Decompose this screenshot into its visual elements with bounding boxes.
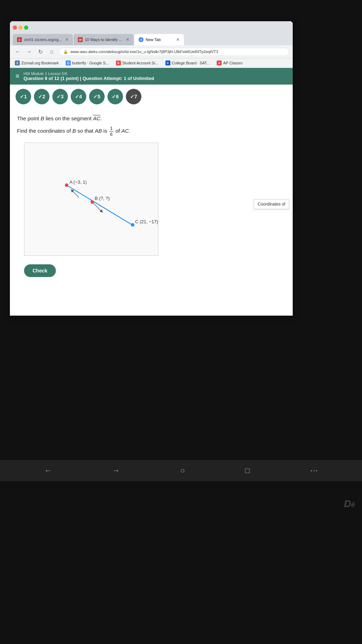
menu-icon[interactable]: ≡ — [16, 73, 19, 80]
forward-nav-button[interactable]: → — [25, 47, 33, 56]
coords-panel: Coordinates of — [254, 199, 289, 209]
svg-text:B (?, ?): B (?, ?) — [95, 196, 110, 201]
tab-close-witch[interactable]: ✕ — [126, 37, 129, 42]
svg-text:A (−3, 1): A (−3, 1) — [69, 179, 87, 185]
segment-ac-overline: AC — [93, 115, 100, 121]
bookmark-label-butterfly: butterfly · Google S... — [72, 61, 109, 65]
url-text: www-awu.aleks.com/alekscgi/x/lsl.exe/1o_… — [70, 50, 218, 54]
bookmark-label-collegeboard: College Board · SAT... — [172, 61, 210, 65]
bookmark-butterfly[interactable]: G butterfly · Google S... — [64, 60, 110, 66]
back-nav-button[interactable]: ← — [13, 47, 22, 56]
page-content: ≡ HW Module 1 Lesson 5/6 Question 9 of 1… — [10, 68, 293, 316]
graph-svg: A (−3, 1) B (?, ?) C (21, −17) — [24, 143, 158, 255]
mobile-recents-icon[interactable]: □ — [245, 466, 250, 475]
bookmark-zizmail[interactable]: Z Zizmail.org Bookmark — [13, 60, 60, 66]
q-btn-5[interactable]: ✓5 — [89, 89, 105, 104]
bookmark-favicon-collegeboard: C — [165, 61, 170, 65]
bookmark-collegeboard[interactable]: C College Board · SAT... — [164, 60, 211, 66]
minimize-button[interactable] — [18, 25, 23, 30]
q-btn-3[interactable]: ✓3 — [52, 89, 68, 104]
browser-window: c ckr01 zizzers.org/cgi-bin/ck/fbs ✕ W 1… — [10, 21, 293, 316]
hw-header-text: HW Module 1 Lesson 5/6 Question 9 of 12 … — [24, 71, 154, 81]
tab-label-witch: 10 Ways to Identify a Witch — [85, 38, 124, 42]
graph-wrapper: A (−3, 1) B (?, ?) C (21, −17) Coordinat… — [17, 143, 286, 256]
mobile-forward-icon[interactable]: → — [112, 466, 120, 475]
tab-witch[interactable]: W 10 Ways to Identify a Witch ✕ — [74, 34, 134, 45]
refresh-nav-button[interactable]: ↻ — [36, 47, 45, 56]
question-nav: ✓1 ✓2 ✓3 ✓4 ✓5 ✓6 ✓7 — [10, 85, 293, 109]
bookmarks-bar: Z Zizmail.org Bookmark G butterfly · Goo… — [10, 58, 293, 68]
bookmark-apclassro[interactable]: A AP Classro — [215, 60, 244, 66]
mobile-back-icon[interactable]: ← — [44, 466, 52, 475]
tab-ckr01[interactable]: c ckr01 zizzers.org/cgi-bin/ck/fbs ✕ — [13, 34, 73, 45]
problem-area: The point B lies on the segment AC. Find… — [10, 109, 293, 290]
svg-point-4 — [65, 183, 68, 187]
bookmark-favicon-student: S — [116, 61, 121, 65]
hw-question-label: Question 9 of 12 (1 point) | Question At… — [24, 76, 154, 81]
svg-point-8 — [131, 223, 134, 227]
problem-text-2: Find the coordinates of B so that AB is … — [17, 126, 286, 137]
tabs-bar: c ckr01 zizzers.org/cgi-bin/ck/fbs ✕ W 1… — [10, 34, 293, 45]
check-button[interactable]: Check — [24, 264, 56, 277]
bookmark-student[interactable]: S Student Account Si... — [115, 60, 160, 66]
desktop: c ckr01 zizzers.org/cgi-bin/ck/fbs ✕ W 1… — [0, 0, 362, 644]
home-nav-button[interactable]: ⌂ — [47, 47, 56, 56]
tab-newtab[interactable]: ⊙ New Tab ✕ — [134, 34, 184, 45]
fraction-one-sixth: 1 6 — [109, 126, 113, 137]
hw-header: ≡ HW Module 1 Lesson 5/6 Question 9 of 1… — [10, 68, 293, 85]
bookmark-favicon-apclassro: A — [217, 61, 222, 65]
tab-close-ckr01[interactable]: ✕ — [65, 37, 69, 42]
maximize-button[interactable] — [24, 25, 28, 30]
bookmark-favicon-zizmail: Z — [15, 61, 20, 65]
tab-label-ckr01: ckr01 zizzers.org/cgi-bin/ck/fbs — [24, 38, 63, 42]
fraction-numerator: 1 — [109, 126, 113, 132]
hw-module-label: HW Module 1 Lesson 5/6 — [24, 71, 154, 76]
url-bar[interactable]: 🔒 www-awu.aleks.com/alekscgi/x/lsl.exe/1… — [59, 48, 289, 56]
mobile-nav-bar: ← → ○ □ ⋯ — [0, 460, 362, 481]
q-btn-2[interactable]: ✓2 — [34, 89, 49, 104]
q-btn-4[interactable]: ✓4 — [71, 89, 86, 104]
mobile-menu-icon[interactable]: ⋯ — [310, 466, 318, 475]
bookmark-label-student: Student Account Si... — [122, 61, 158, 65]
q-btn-6[interactable]: ✓6 — [107, 89, 123, 104]
bookmark-label-zizmail: Zizmail.org Bookmark — [21, 61, 59, 65]
tab-label-newtab: New Tab — [146, 38, 161, 42]
graph-container: A (−3, 1) B (?, ?) C (21, −17) — [24, 143, 158, 256]
address-bar: ← → ↻ ⌂ 🔒 www-awu.aleks.com/alekscgi/x/l… — [10, 45, 293, 58]
problem-text-1: The point B lies on the segment AC. — [17, 114, 286, 123]
tab-favicon-newtab: ⊙ — [139, 37, 144, 42]
bookmark-favicon-butterfly: G — [66, 61, 71, 65]
tab-favicon-witch: W — [78, 37, 83, 42]
tab-favicon-ckr01: c — [17, 37, 22, 42]
tab-close-newtab[interactable]: ✕ — [176, 37, 180, 42]
dell-logo: Dé — [344, 498, 355, 510]
q-btn-1[interactable]: ✓1 — [16, 89, 31, 104]
mobile-home-icon[interactable]: ○ — [180, 466, 185, 475]
svg-point-6 — [90, 200, 94, 204]
svg-text:C (21, −17): C (21, −17) — [135, 219, 158, 224]
svg-rect-0 — [24, 143, 158, 255]
close-button[interactable] — [13, 25, 17, 30]
q-btn-7[interactable]: ✓7 — [126, 89, 141, 104]
coords-panel-label: Coordinates of — [258, 202, 285, 207]
bookmark-label-apclassro: AP Classro — [223, 61, 243, 65]
title-bar — [10, 21, 293, 34]
fraction-denominator: 6 — [109, 132, 113, 137]
